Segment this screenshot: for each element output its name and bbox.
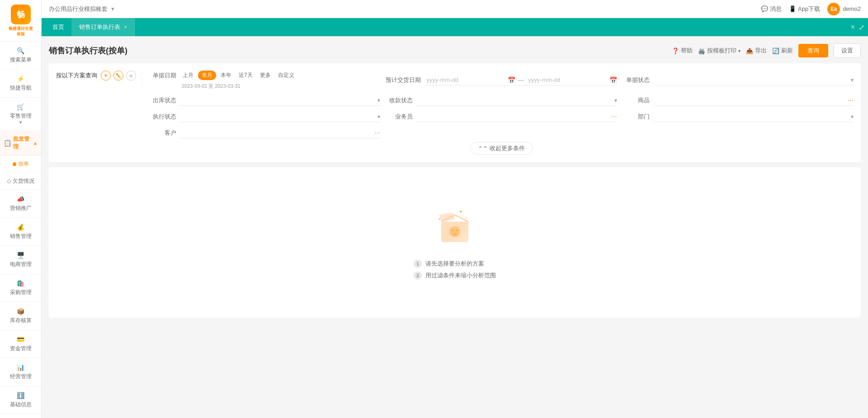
tab-close-icon[interactable]: × xyxy=(124,24,127,30)
date-tab-this-month[interactable]: 本月 xyxy=(198,71,216,80)
empty-tip-1: 1 请先选择要分析的方案 xyxy=(414,258,496,270)
print-icon: 🖨️ xyxy=(698,48,705,54)
salesperson-label: 业务员 xyxy=(386,113,413,121)
avatar: Ea xyxy=(827,3,840,15)
goods-input[interactable] xyxy=(653,95,848,105)
filter-row-2: 出库状态 ▾ 收款状态 ▾ xyxy=(149,95,854,106)
out-status-input[interactable] xyxy=(180,95,377,105)
expected-date-start[interactable] xyxy=(425,75,505,85)
date-tab-more[interactable]: 更多 xyxy=(257,71,274,80)
date-tab-7days[interactable]: 近7天 xyxy=(236,71,255,80)
tip-text-1: 请先选择要分析的方案 xyxy=(425,258,484,270)
help-icon: ❓ xyxy=(672,48,679,54)
customer-input[interactable] xyxy=(180,128,374,138)
submenu-item-欠货情况[interactable]: 欠货情况 xyxy=(0,173,41,190)
doc-status-label: 单据状态 xyxy=(623,76,650,84)
customer-more-icon[interactable]: ··· xyxy=(374,129,380,137)
logo-icon: 畅 xyxy=(11,5,31,24)
sidebar-item-marketing[interactable]: 📣 营销推广 xyxy=(0,190,41,218)
filter-row-3: 执行状态 ▾ 业务员 ·· xyxy=(149,111,854,122)
sidebar-item-retail[interactable]: 🛒 零售管理 ▼ xyxy=(0,98,41,131)
sidebar-item-purchase[interactable]: 🛍️ 采购管理 xyxy=(0,274,41,302)
window-expand-button[interactable]: ⤢ xyxy=(859,23,864,32)
sidebar-purchase-label: 采购管理 xyxy=(10,289,32,296)
print-button[interactable]: 🖨️ 按模板打印 ▾ xyxy=(698,47,741,55)
date-tab-this-year[interactable]: 本年 xyxy=(218,71,234,80)
app-download-button[interactable]: 📱 App下载 xyxy=(789,5,820,13)
topbar-dropdown[interactable]: ▾ xyxy=(111,5,114,12)
refresh-icon: 🔄 xyxy=(772,48,779,54)
tab-sales-order[interactable]: 销售订单执行表 × xyxy=(72,18,135,36)
recv-status-input[interactable] xyxy=(416,95,614,105)
sidebar-item-basic[interactable]: ℹ️ 基础信息 xyxy=(0,386,41,414)
wholesale-submenu: 按单 欠货情况 xyxy=(0,156,41,190)
svg-text:✦: ✦ xyxy=(458,209,463,215)
collapse-row: ⌃⌃ 收起更多条件 xyxy=(149,142,854,155)
sidebar-item-sales[interactable]: 💰 销售管理 xyxy=(0,218,41,246)
export-button[interactable]: 📤 导出 xyxy=(746,47,767,55)
submenu-按单-label: 按单 xyxy=(18,160,29,168)
window-close-button[interactable]: × xyxy=(851,23,855,31)
sidebar-quicknav-label: 快捷导航 xyxy=(10,84,32,92)
topbar-left: 办公用品行业模拟账套 ▾ xyxy=(49,5,114,13)
sidebar-item-quicknav[interactable]: ⚡ 快捷导航 xyxy=(0,70,41,98)
goods-more-icon[interactable]: ··· xyxy=(848,96,854,104)
tip-num-1: 1 xyxy=(414,260,422,268)
filter-fields: 单据日期 上月 本月 本年 近7天 更多 自定义 xyxy=(149,71,854,155)
date-tab-custom[interactable]: 自定义 xyxy=(275,71,297,80)
exec-status-input[interactable] xyxy=(180,111,377,122)
sidebar-item-search[interactable]: 🔍 搜索菜单 xyxy=(0,42,41,70)
exec-status-input-wrap: ▾ xyxy=(180,111,380,122)
help-button[interactable]: ❓ 帮助 xyxy=(672,47,693,55)
wholesale-icon: 📋 xyxy=(4,139,11,147)
message-button[interactable]: 💬 消息 xyxy=(761,5,782,13)
refresh-button[interactable]: 🔄 刷新 xyxy=(772,47,793,55)
query-button[interactable]: 查询 xyxy=(798,44,828,57)
expected-date-label: 预计交货日期 xyxy=(386,76,421,84)
date-tab-last-month[interactable]: 上月 xyxy=(180,71,196,80)
add-plan-button[interactable]: + xyxy=(101,71,111,81)
collapse-button[interactable]: ⌃⌃ 收起更多条件 xyxy=(470,142,533,155)
sidebar-retail-label: 零售管理 xyxy=(10,112,32,120)
out-status-input-wrap: ▾ xyxy=(180,95,380,106)
dept-input[interactable] xyxy=(653,111,851,122)
sidebar-section-wholesale: 📋 批发管理 ▲ 按单 欠货情况 xyxy=(0,131,41,190)
salesperson-more-icon[interactable]: ··· xyxy=(611,113,617,121)
sidebar-item-system[interactable]: ⚙️ 系统管理 xyxy=(0,414,41,418)
filter-empty-col-3 xyxy=(623,128,854,138)
print-dropdown-icon: ▾ xyxy=(738,48,741,53)
expected-date-end[interactable] xyxy=(527,75,608,85)
doc-status-input[interactable] xyxy=(653,75,851,85)
user-profile-button[interactable]: Ea demo2 xyxy=(827,3,861,15)
filter-row-1: 单据日期 上月 本月 本年 近7天 更多 自定义 xyxy=(149,71,854,90)
collapse-plan-button[interactable]: « xyxy=(126,71,136,81)
sidebar-item-finance[interactable]: 💳 资金管理 xyxy=(0,330,41,358)
calendar-start-icon[interactable]: 📅 xyxy=(508,76,515,84)
dept-dropdown-icon[interactable]: ▾ xyxy=(851,114,854,120)
sidebar-item-wholesale[interactable]: 📋 批发管理 ▲ xyxy=(0,131,41,156)
out-status-dropdown-icon[interactable]: ▾ xyxy=(377,97,380,104)
settings-button[interactable]: 设置 xyxy=(834,43,861,58)
empty-tips: 1 请先选择要分析的方案 2 用过滤条件来缩小分析范围 xyxy=(414,258,496,281)
tip-text-2: 用过滤条件来缩小分析范围 xyxy=(425,270,496,281)
sidebar-item-ecommerce[interactable]: 🖥️ 电商管理 xyxy=(0,246,41,274)
operations-icon: 📊 xyxy=(17,364,24,371)
doc-status-dropdown-icon[interactable]: ▾ xyxy=(851,77,854,83)
salesperson-input[interactable] xyxy=(416,111,611,122)
tab-home[interactable]: 首页 xyxy=(45,18,72,36)
edit-plan-button[interactable]: ✏️ xyxy=(113,71,123,81)
customer-input-wrap: ··· xyxy=(180,128,380,138)
recv-status-dropdown-icon[interactable]: ▾ xyxy=(614,97,617,104)
filter-plan-section: 按以下方案查询 + ✏️ « xyxy=(56,71,142,86)
exec-status-dropdown-icon[interactable]: ▾ xyxy=(377,114,380,120)
calendar-end-icon[interactable]: 📅 xyxy=(609,76,617,84)
dept-label: 部门 xyxy=(623,113,650,121)
app-logo[interactable]: 畅 畅捷通好生意 标版 xyxy=(0,0,41,42)
collapse-up-icon: ⌃⌃ xyxy=(478,145,488,152)
export-label: 导出 xyxy=(755,47,767,55)
sidebar-item-inventory[interactable]: 📦 库存核算 xyxy=(0,302,41,330)
sidebar-item-operations[interactable]: 📊 经营管理 xyxy=(0,358,41,386)
submenu-item-按单[interactable]: 按单 xyxy=(0,156,41,173)
filter-field-out-status: 出库状态 ▾ xyxy=(149,95,380,106)
user-name: demo2 xyxy=(843,5,861,12)
